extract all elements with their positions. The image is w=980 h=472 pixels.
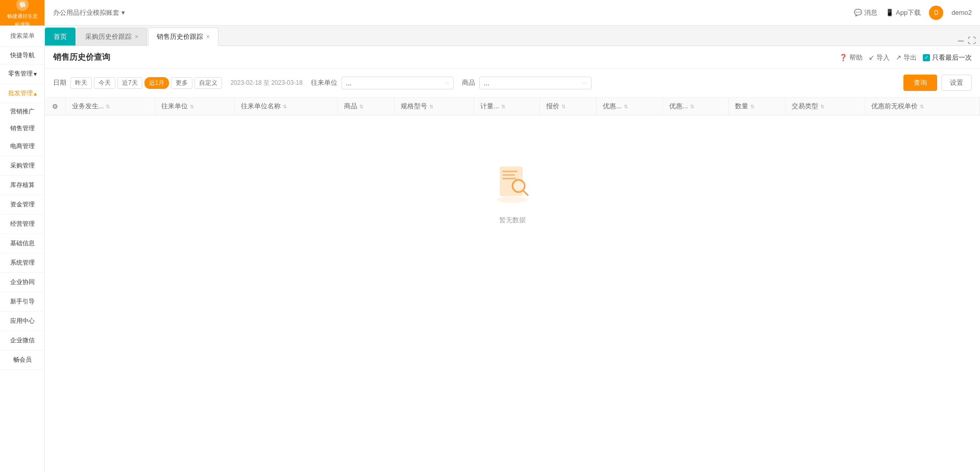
sidebar-item-wechat[interactable]: 企业微信	[0, 331, 44, 350]
th-partner-code[interactable]: 往来单位 ⇅	[155, 98, 234, 115]
app-download-button[interactable]: 📱 App下载	[886, 8, 921, 17]
th-goods[interactable]: 商品 ⇅	[337, 98, 394, 115]
maximize-button[interactable]: ⛶	[968, 36, 976, 45]
tab-home-label: 首页	[54, 32, 67, 41]
import-icon: ↙	[869, 54, 874, 61]
th-trade-type[interactable]: 交易类型 ⇅	[785, 98, 865, 115]
th-partner-name[interactable]: 往来单位名称 ⇅	[235, 98, 338, 115]
sidebar-item-purchase[interactable]: 采购管理	[0, 156, 44, 176]
import-label: 导入	[876, 53, 890, 62]
tab-purchase-close[interactable]: ×	[135, 33, 138, 40]
settings-button[interactable]: 设置	[941, 75, 972, 91]
th-discount-rate[interactable]: 优惠... ⇅	[597, 98, 663, 115]
partner-input[interactable]: ... ···	[341, 77, 454, 89]
only-last-checkbox-label[interactable]: ✓ 只看最后一次	[923, 53, 972, 62]
partner-dots-suffix: ···	[445, 80, 449, 86]
th-discount-amt-label: 优惠...	[669, 102, 688, 111]
svg-point-2	[497, 197, 528, 203]
avatar[interactable]: D	[929, 6, 943, 20]
th-spec[interactable]: 规格型号 ⇅	[394, 98, 474, 115]
sidebar-item-label: 批发管理	[8, 89, 33, 98]
tab-purchase-label: 采购历史价跟踪	[85, 32, 132, 41]
sort-icon-partner-name: ⇅	[283, 104, 287, 109]
sidebar-item-wholesale[interactable]: 批发管理 ▴	[0, 84, 44, 103]
goods-filter-group: 商品 ... ···	[462, 77, 592, 89]
sidebar-item-inventory[interactable]: 库存核算	[0, 176, 44, 195]
workspace-selector[interactable]: 办公用品行业模拟账套 ▾	[53, 8, 125, 17]
goods-label: 商品	[462, 78, 475, 87]
page-title-bar: 销售历史价查询 ❓ 帮助 ↙ 导入 ↗ 导出 ✓ 只看最后一次	[45, 46, 980, 68]
goods-input[interactable]: ... ···	[479, 77, 592, 89]
date-btn-more[interactable]: 更多	[171, 77, 192, 89]
sidebar-item-apps[interactable]: 应用中心	[0, 312, 44, 331]
tab-home[interactable]: 首页	[45, 28, 76, 45]
svg-point-9	[514, 182, 523, 190]
svg-rect-4	[502, 171, 518, 172]
app-name: 畅捷通好生意	[7, 13, 38, 20]
minimize-button[interactable]: ─	[958, 36, 964, 45]
sort-icon-spec: ⇅	[429, 104, 433, 109]
th-settings: ⚙	[45, 98, 65, 115]
th-qty[interactable]: 数量 ⇅	[729, 98, 786, 115]
th-biz-date[interactable]: 业务发生... ⇅	[65, 98, 155, 115]
page-title: 销售历史价查询	[53, 52, 110, 63]
export-button[interactable]: ↗ 导出	[896, 53, 917, 62]
help-icon: ❓	[839, 54, 847, 61]
th-price[interactable]: 报价 ⇅	[540, 98, 597, 115]
search-menu-button[interactable]: 搜索菜单	[3, 30, 41, 42]
quick-nav[interactable]: 快捷导航	[0, 47, 44, 64]
date-btn-yesterday[interactable]: 昨天	[70, 77, 92, 89]
help-button[interactable]: ❓ 帮助	[839, 53, 863, 62]
partner-input-dots: ...	[346, 79, 352, 87]
th-trade-type-label: 交易类型	[792, 102, 818, 111]
tab-purchase-history[interactable]: 采购历史价跟踪 ×	[77, 28, 147, 45]
date-range-display: 2023-02-18 至 2023-03-18	[230, 79, 302, 87]
date-btn-today[interactable]: 今天	[94, 77, 115, 89]
query-button[interactable]: 查询	[903, 75, 937, 91]
chevron-up-icon: ▴	[34, 90, 37, 97]
sidebar-item-sales[interactable]: 销售管理	[0, 120, 44, 137]
sidebar-item-member[interactable]: 畅会员	[0, 350, 44, 370]
partner-filter-group: 往来单位 ... ···	[311, 77, 454, 89]
workspace-name: 办公用品行业模拟账套	[53, 8, 119, 17]
sidebar: 畅 畅捷通好生意 标准版 搜索菜单 快捷导航 零售管理 ▾ 批发管理 ▴ 营销推…	[0, 0, 45, 472]
sidebar-item-system[interactable]: 系统管理	[0, 253, 44, 273]
app-download-label: App下载	[896, 8, 921, 17]
settings-icon[interactable]: ⚙	[52, 103, 58, 110]
sort-icon-trade-type: ⇅	[820, 104, 824, 109]
th-discount-rate-label: 优惠...	[603, 102, 622, 111]
tab-sales-history[interactable]: 销售历史价跟踪 ×	[148, 28, 218, 46]
partner-label: 往来单位	[311, 78, 337, 87]
empty-illustration	[487, 156, 538, 207]
sort-icon-biz-date: ⇅	[106, 104, 110, 109]
message-button[interactable]: 💬 消息	[854, 8, 877, 17]
date-btn-custom[interactable]: 自定义	[194, 77, 222, 89]
sidebar-item-finance[interactable]: 资金管理	[0, 195, 44, 215]
sidebar-item-operations[interactable]: 经营管理	[0, 215, 44, 234]
empty-image	[487, 156, 538, 207]
header-row: ⚙ 业务发生... ⇅ 往来单位 ⇅	[45, 98, 980, 115]
sidebar-item-cooperation[interactable]: 企业协同	[0, 273, 44, 292]
th-goods-label: 商品	[344, 102, 357, 111]
sidebar-item-retail[interactable]: 零售管理 ▾	[0, 64, 44, 84]
header-actions: 💬 消息 📱 App下载 D demo2	[854, 6, 972, 20]
date-btn-1month[interactable]: 近1月	[144, 77, 169, 89]
date-btn-7days[interactable]: 近7天	[117, 77, 142, 89]
export-label: 导出	[903, 53, 917, 62]
th-unit[interactable]: 计量... ⇅	[474, 98, 540, 115]
logo-icon: 畅	[14, 0, 31, 12]
th-discount-amt[interactable]: 优惠... ⇅	[663, 98, 729, 115]
sort-icon-unit: ⇅	[501, 104, 505, 109]
tab-sales-close[interactable]: ×	[206, 33, 210, 40]
sidebar-item-marketing[interactable]: 营销推广	[0, 103, 44, 120]
import-button[interactable]: ↙ 导入	[869, 53, 890, 62]
only-last-label: 只看最后一次	[932, 53, 972, 62]
date-filter-group: 日期 昨天 今天 近7天 近1月 更多 自定义 2023-02-18 至 202…	[53, 77, 303, 89]
sidebar-item-guide[interactable]: 新手引导	[0, 292, 44, 312]
export-icon: ↗	[896, 54, 901, 61]
th-pretax-price[interactable]: 优惠前无税单价 ⇅	[865, 98, 980, 115]
sidebar-item-ecommerce[interactable]: 电商管理	[0, 137, 44, 156]
search-menu[interactable]: 搜索菜单	[0, 26, 44, 47]
sidebar-item-basic[interactable]: 基础信息	[0, 234, 44, 253]
user-name: demo2	[951, 9, 972, 16]
